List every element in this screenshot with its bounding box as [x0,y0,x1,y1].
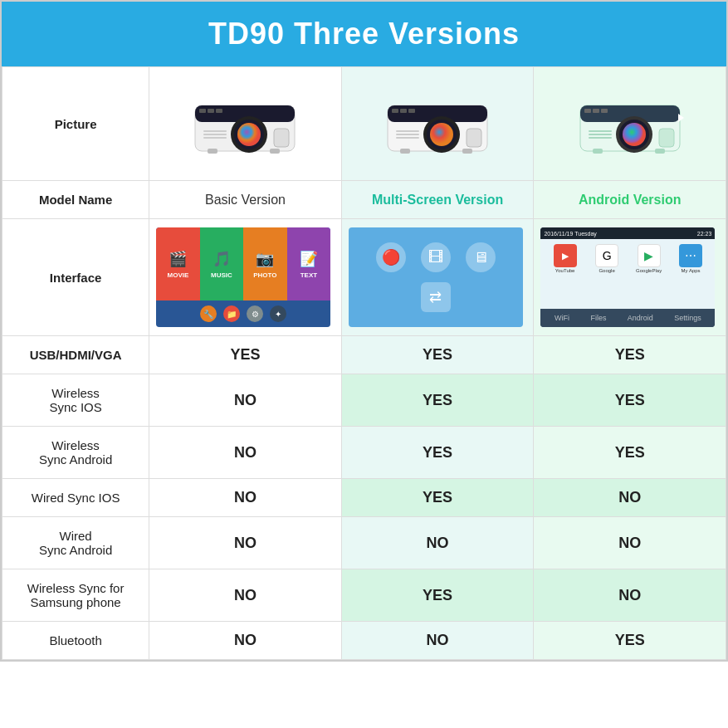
wired-android-android: NO [534,517,726,569]
google-icon: G [595,244,618,267]
android-time: 22:23 [697,231,712,237]
tile-movie: 🎬 MOVIE [156,227,200,300]
picture-basic [149,67,342,181]
wireless-samsung-multi: YES [341,569,534,622]
tile-text: 📝 TEXT [287,227,331,300]
app-youtube: ▶ YouTube [545,244,584,304]
bottom-icon-3: ⚙ [247,305,263,322]
wireless-samsung-basic-value: NO [234,587,257,603]
svg-rect-38 [589,137,612,139]
photo-icon: 📷 [256,250,274,268]
wired-android-basic: NO [149,517,342,569]
picture-multi [341,67,534,181]
projector-android-icon [572,81,688,164]
usb-android: YES [534,336,726,374]
googleplay-label: GooglePlay [636,268,662,273]
bluetooth-android: YES [534,622,726,660]
multi-icon-2: 🎞 [421,242,451,272]
usb-multi: YES [341,336,534,374]
wireless-android-basic-value: NO [234,444,257,461]
svg-rect-8 [203,130,227,132]
android-nav-4: Settings [674,314,701,322]
bluetooth-basic: NO [149,622,342,660]
android-bottom-bar: WiFi Files Android Settings [540,309,715,327]
wireless-ios-basic-value: NO [234,392,257,408]
svg-rect-10 [203,137,227,139]
svg-rect-21 [408,109,415,113]
tiles-row: 🎬 MOVIE 🎵 MUSIC 📷 PHOTO 📝 [156,227,330,300]
wired-ios-multi-value: YES [423,489,452,506]
svg-rect-12 [208,149,217,154]
usb-basic: YES [149,336,342,374]
wireless-samsung-row: Wireless Sync forSamsung phone NO YES NO [2,569,726,622]
movie-icon: 🎬 [169,250,187,268]
tile-music: 🎵 MUSIC [200,227,244,300]
svg-rect-11 [274,129,289,147]
youtube-label: YouTube [555,268,575,273]
multi-icon-1: 🔴 [376,242,406,272]
comparison-table: Picture [2,66,726,660]
multi-icon-3: 🖥 [466,242,496,272]
wired-android-android-value: NO [618,535,641,551]
bottom-icon-4: ✦ [270,305,286,322]
usb-label: USB/HDMI/VGA [2,336,149,374]
wireless-ios-android: YES [534,374,726,427]
wired-ios-label: Wired Sync IOS [2,479,149,517]
app-googleplay: ▶ GooglePlay [629,244,668,304]
app-myapps: ⋯ My Apps [672,244,711,304]
bluetooth-multi-value: NO [427,632,449,648]
svg-rect-27 [462,149,472,154]
wireless-ios-basic: NO [149,374,342,427]
wired-ios-android: NO [534,479,726,517]
wireless-ios-multi-value: YES [423,392,452,408]
basic-interface-img: 🎬 MOVIE 🎵 MUSIC 📷 PHOTO 📝 [156,227,330,327]
wireless-sync-ios-row: WirelessSync IOS NO YES YES [2,374,726,427]
basic-bottom-bar: 🔧 📁 ⚙ ✦ [156,300,330,327]
wireless-ios-label: WirelessSync IOS [2,374,149,427]
svg-rect-33 [584,109,591,113]
myapps-icon: ⋯ [679,244,702,267]
picture-label: Picture [2,67,149,181]
tile-text-label: TEXT [300,271,317,279]
wireless-samsung-android: NO [534,569,726,622]
bluetooth-row: Bluetooth NO NO YES [2,622,726,660]
wireless-android-multi: YES [341,427,534,479]
wired-sync-ios-row: Wired Sync IOS NO YES NO [2,479,726,517]
svg-point-32 [623,123,646,146]
interface-android: 2016/11/19 Tuesday 22:23 ▶ YouTube G Goo… [534,219,726,336]
wired-ios-basic-value: NO [234,489,257,506]
svg-rect-7 [216,109,222,113]
wired-ios-android-value: NO [618,489,641,506]
bluetooth-multi: NO [341,622,534,660]
svg-rect-36 [589,130,612,132]
model-multi: Multi-Screen Version [341,181,534,219]
model-basic-text: Basic Version [205,193,286,207]
model-name-row: Model Name Basic Version Multi-Screen Ve… [2,181,726,219]
wireless-ios-android-value: YES [615,392,645,408]
page-wrapper: TD90 Three Versions Picture [0,0,728,662]
tile-photo-label: PHOTO [253,271,276,279]
myapps-label: My Apps [682,268,701,273]
svg-rect-20 [400,109,407,113]
svg-rect-39 [659,129,674,147]
svg-rect-41 [655,149,665,154]
interface-basic: 🎬 MOVIE 🎵 MUSIC 📷 PHOTO 📝 [149,219,342,336]
wired-ios-basic: NO [149,479,342,517]
page-title: TD90 Three Versions [10,17,718,51]
bluetooth-label: Bluetooth [2,622,149,660]
interface-multi: 🔴 🎞 🖥 ⇄ [341,219,534,336]
wireless-android-android: YES [534,427,726,479]
header: TD90 Three Versions [2,2,726,66]
svg-rect-35 [601,109,608,113]
usb-basic-value: YES [230,346,260,363]
svg-rect-25 [467,129,481,147]
android-interface-img: 2016/11/19 Tuesday 22:23 ▶ YouTube G Goo… [540,227,715,327]
model-basic: Basic Version [149,181,342,219]
google-label: Google [599,268,614,273]
picture-android [534,67,726,181]
wired-android-multi-value: NO [427,535,449,551]
picture-row: Picture [2,67,726,181]
interface-row: Interface 🎬 MOVIE 🎵 MUSIC � [2,219,726,336]
wireless-samsung-basic: NO [149,569,342,622]
model-android-text: Android Version [579,193,682,207]
